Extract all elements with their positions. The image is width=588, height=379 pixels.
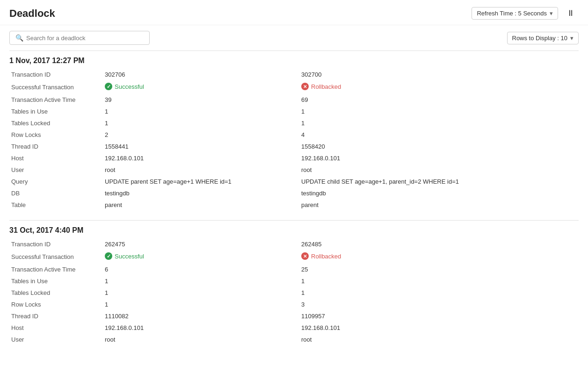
row-label: Transaction Active Time xyxy=(9,94,103,106)
success-icon xyxy=(105,252,112,260)
row-value-1: root xyxy=(103,334,299,345)
row-label: Transaction Active Time xyxy=(9,264,103,275)
row-label: Host xyxy=(9,322,103,334)
row-value-1: 1 xyxy=(103,106,299,117)
table-row: DBtestingdbtestingdb xyxy=(9,187,579,199)
row-value-2: Rollbacked xyxy=(299,250,579,264)
refresh-time-dropdown[interactable]: Refresh Time : 5 Seconds ▾ xyxy=(472,7,558,20)
search-icon: 🔍 xyxy=(15,34,23,42)
deadlock-list: 1 Nov, 2017 12:27 PMTransaction ID302706… xyxy=(0,50,588,355)
row-value-2: 69 xyxy=(299,94,579,106)
row-value-1: 1 xyxy=(103,117,299,129)
chevron-down-icon: ▾ xyxy=(550,10,553,17)
row-value-2: 25 xyxy=(299,264,579,275)
row-value-1: Successful xyxy=(103,250,299,264)
row-value-1: 2 xyxy=(103,129,299,141)
page-title: Deadlock xyxy=(9,7,55,20)
status-label: Successful xyxy=(115,253,144,260)
row-value-2: 192.168.0.101 xyxy=(299,152,579,164)
deadlock-date-0: 1 Nov, 2017 12:27 PM xyxy=(9,50,579,69)
status-badge: Rollbacked xyxy=(301,252,341,260)
row-label: Successful Transaction xyxy=(9,80,103,94)
row-value-2: 4 xyxy=(299,129,579,141)
header-controls: Refresh Time : 5 Seconds ▾ ⏸ xyxy=(472,7,579,20)
row-value-2: root xyxy=(299,164,579,176)
table-row: Tableparentparent xyxy=(9,199,579,211)
status-badge: Successful xyxy=(105,83,144,90)
row-value-2: 3 xyxy=(299,299,579,310)
row-label: Row Locks xyxy=(9,299,103,310)
row-value-1: root xyxy=(103,164,299,176)
table-row: Successful TransactionSuccessfulRollback… xyxy=(9,80,579,94)
table-row: Tables Locked11 xyxy=(9,287,579,299)
status-label: Successful xyxy=(115,83,144,90)
row-value-1: 302706 xyxy=(103,69,299,80)
chevron-down-icon: ▾ xyxy=(570,35,573,42)
table-row: Host192.168.0.101192.168.0.101 xyxy=(9,152,579,164)
rows-display-label: Rows to Display : 10 xyxy=(512,35,568,42)
table-row: Row Locks13 xyxy=(9,299,579,310)
row-label: Tables Locked xyxy=(9,287,103,299)
row-label: Tables Locked xyxy=(9,117,103,129)
row-label: Thread ID xyxy=(9,141,103,152)
row-value-1: 1558441 xyxy=(103,141,299,152)
row-value-1: 1110082 xyxy=(103,310,299,322)
row-value-2: 1558420 xyxy=(299,141,579,152)
table-row: QueryUPDATE parent SET age=age+1 WHERE i… xyxy=(9,176,579,187)
row-label: User xyxy=(9,334,103,345)
row-value-2: 1 xyxy=(299,117,579,129)
row-label: Host xyxy=(9,152,103,164)
table-row: Userrootroot xyxy=(9,164,579,176)
row-value-2: 1 xyxy=(299,106,579,117)
table-row: Tables in Use11 xyxy=(9,275,579,287)
row-label: DB xyxy=(9,187,103,199)
search-box[interactable]: 🔍 xyxy=(9,31,150,45)
row-value-2: UPDATE child SET age=age+1, parent_id=2 … xyxy=(299,176,579,187)
status-badge: Successful xyxy=(105,252,144,260)
row-label: Transaction ID xyxy=(9,238,103,250)
row-value-2: parent xyxy=(299,199,579,211)
rows-to-display-dropdown[interactable]: Rows to Display : 10 ▾ xyxy=(507,32,579,44)
row-label: Tables in Use xyxy=(9,106,103,117)
success-icon xyxy=(105,83,112,90)
table-row: Tables Locked11 xyxy=(9,117,579,129)
row-value-1: UPDATE parent SET age=age+1 WHERE id=1 xyxy=(103,176,299,187)
table-row: Userrootroot xyxy=(9,334,579,345)
deadlock-table-0: Transaction ID302706302700Successful Tra… xyxy=(9,69,579,211)
table-row: Row Locks24 xyxy=(9,129,579,141)
row-value-1: 1 xyxy=(103,275,299,287)
refresh-time-label: Refresh Time : 5 Seconds xyxy=(477,10,547,17)
row-value-1: Successful xyxy=(103,80,299,94)
row-label: User xyxy=(9,164,103,176)
row-label: Query xyxy=(9,176,103,187)
row-value-1: 39 xyxy=(103,94,299,106)
row-value-2: 262485 xyxy=(299,238,579,250)
pause-button[interactable]: ⏸ xyxy=(563,7,579,20)
row-value-2: testingdb xyxy=(299,187,579,199)
row-value-1: 262475 xyxy=(103,238,299,250)
row-value-1: 1 xyxy=(103,287,299,299)
table-row: Tables in Use11 xyxy=(9,106,579,117)
row-value-1: 192.168.0.101 xyxy=(103,152,299,164)
row-label: Tables in Use xyxy=(9,275,103,287)
row-value-1: 192.168.0.101 xyxy=(103,322,299,334)
row-label: Successful Transaction xyxy=(9,250,103,264)
status-badge: Rollbacked xyxy=(301,83,341,90)
table-row: Thread ID11100821109957 xyxy=(9,310,579,322)
deadlock-section-1: 31 Oct, 2017 4:40 PMTransaction ID262475… xyxy=(0,220,588,355)
search-input[interactable] xyxy=(26,35,144,42)
table-row: Transaction Active Time625 xyxy=(9,264,579,275)
table-row: Successful TransactionSuccessfulRollback… xyxy=(9,250,579,264)
deadlock-section-0: 1 Nov, 2017 12:27 PMTransaction ID302706… xyxy=(0,50,588,220)
row-value-2: 1 xyxy=(299,275,579,287)
row-value-1: parent xyxy=(103,199,299,211)
table-row: Transaction ID262475262485 xyxy=(9,238,579,250)
row-value-2: 1 xyxy=(299,287,579,299)
row-label: Thread ID xyxy=(9,310,103,322)
row-value-2: 302700 xyxy=(299,69,579,80)
row-value-2: 1109957 xyxy=(299,310,579,322)
row-value-2: Rollbacked xyxy=(299,80,579,94)
status-label: Rollbacked xyxy=(311,83,341,90)
row-label: Table xyxy=(9,199,103,211)
toolbar: 🔍 Rows to Display : 10 ▾ xyxy=(0,25,588,50)
